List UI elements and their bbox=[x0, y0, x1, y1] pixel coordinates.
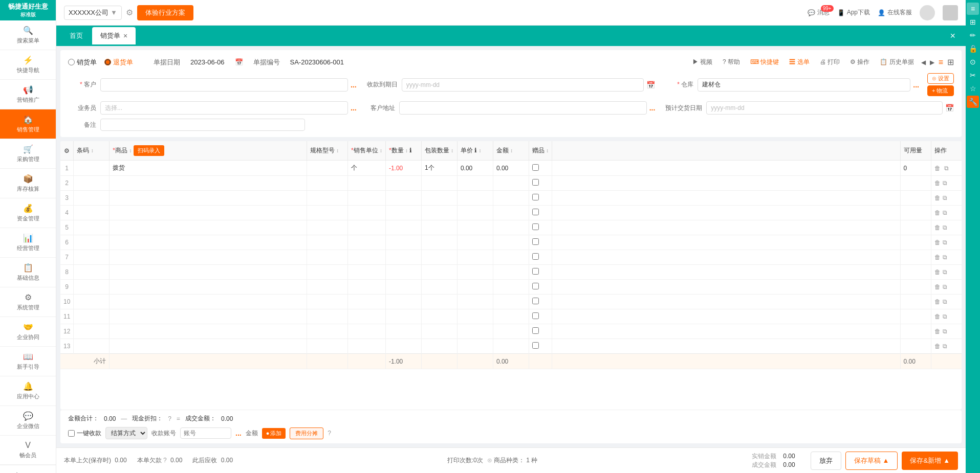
row-product[interactable]: 拨货 bbox=[110, 161, 307, 176]
address-ellipsis-btn[interactable]: ... bbox=[649, 104, 656, 112]
delete-icon[interactable]: 🗑 bbox=[934, 328, 941, 335]
right-panel-tool-icon[interactable]: 🔧 bbox=[967, 96, 979, 108]
radio-return-input[interactable] bbox=[104, 59, 111, 65]
salesman-ellipsis-btn[interactable]: ... bbox=[351, 104, 357, 112]
radio-return-order[interactable]: 退货单 bbox=[104, 58, 133, 67]
ops-btn[interactable]: ⚙ 操作 bbox=[847, 56, 873, 68]
delete-icon[interactable]: 🗑 bbox=[934, 165, 941, 172]
shortcut-btn[interactable]: ⌨ 快捷键 bbox=[747, 56, 782, 68]
right-panel-edit-icon[interactable]: ✏ bbox=[967, 29, 979, 41]
calendar-icon[interactable]: 📅 bbox=[235, 58, 243, 66]
right-panel-list-icon[interactable]: ≡ bbox=[967, 3, 979, 15]
customer-input[interactable] bbox=[100, 78, 348, 92]
right-panel-star-icon[interactable]: ☆ bbox=[967, 82, 979, 95]
expected-date-calendar-icon[interactable]: 📅 bbox=[945, 104, 954, 112]
copy-icon[interactable]: ⧉ bbox=[943, 283, 947, 290]
account-ellipsis-btn[interactable]: ... bbox=[235, 429, 242, 437]
row-spec[interactable] bbox=[307, 161, 347, 176]
copy-icon[interactable]: ⧉ bbox=[943, 239, 947, 246]
row-gift[interactable] bbox=[529, 161, 552, 176]
tab-close-icon[interactable]: × bbox=[123, 32, 127, 40]
radio-sales-input[interactable] bbox=[68, 59, 75, 65]
sidebar-item-finance[interactable]: 💰 资金管理 bbox=[0, 198, 56, 228]
right-panel-grid-icon[interactable]: ⊞ bbox=[967, 16, 979, 28]
nav-next-icon[interactable]: ▶ bbox=[930, 59, 934, 66]
settings-icon[interactable]: ⚙ bbox=[126, 8, 133, 17]
sidebar-item-wechat[interactable]: 💬 企业微信 bbox=[0, 406, 56, 436]
account-input[interactable] bbox=[180, 427, 231, 439]
row-pkgqty[interactable]: 1个 bbox=[421, 161, 457, 176]
gift-checkbox[interactable] bbox=[532, 327, 539, 334]
delete-icon[interactable]: 🗑 bbox=[934, 283, 941, 290]
history-btn[interactable]: 📋 历史单据 bbox=[877, 56, 917, 68]
delete-icon[interactable]: 🗑 bbox=[934, 224, 941, 231]
copy-icon[interactable]: ⧉ bbox=[943, 209, 947, 216]
select-btn[interactable]: ☰ 选单 bbox=[786, 56, 812, 68]
row-price[interactable]: 0.00 bbox=[457, 161, 493, 176]
copy-icon[interactable]: ⧉ bbox=[943, 254, 947, 261]
one-click-payment-check[interactable]: 一键收款 bbox=[68, 429, 101, 438]
grid-view-icon[interactable]: ⊞ bbox=[947, 57, 954, 67]
discard-button[interactable]: 放弃 bbox=[811, 452, 841, 470]
delete-icon[interactable]: 🗑 bbox=[934, 239, 941, 246]
sidebar-item-marketing[interactable]: 📢 营销推广 bbox=[0, 80, 56, 109]
delete-icon[interactable]: 🗑 bbox=[934, 298, 941, 305]
app-download-btn[interactable]: 📱 App下载 bbox=[837, 8, 870, 17]
logistics-action-btn[interactable]: + 物流 bbox=[927, 85, 954, 96]
row-qty[interactable]: -1.00 bbox=[385, 161, 421, 176]
note-input[interactable] bbox=[100, 119, 305, 131]
sidebar-item-member[interactable]: V 畅会员 bbox=[0, 436, 56, 465]
sidebar-item-purchase[interactable]: 🛒 采购管理 bbox=[0, 139, 56, 169]
trial-button[interactable]: 体验行业方案 bbox=[137, 5, 193, 20]
gift-checkbox[interactable] bbox=[532, 268, 539, 275]
settings-gear-icon[interactable]: ⚙ bbox=[13, 470, 21, 473]
warehouse-ellipsis-btn[interactable]: ... bbox=[913, 81, 919, 89]
sidebar-item-collab[interactable]: 🤝 企业协同 bbox=[0, 317, 56, 347]
sidebar-item-search[interactable]: 🔍 搜索菜单 bbox=[0, 20, 56, 50]
save-new-button[interactable]: 保存&新增 ▲ bbox=[902, 452, 958, 470]
radio-sales-order[interactable]: 销货单 bbox=[68, 58, 97, 67]
due-date-calendar-icon[interactable]: 📅 bbox=[646, 81, 655, 89]
sidebar-item-system[interactable]: ⚙ 系统管理 bbox=[0, 287, 56, 317]
right-panel-lock-icon[interactable]: 🔒 bbox=[967, 42, 979, 55]
close-all-tabs-icon[interactable]: × bbox=[945, 31, 961, 41]
user-avatar[interactable] bbox=[920, 5, 935, 20]
copy-icon[interactable]: ⧉ bbox=[943, 179, 947, 187]
gift-checkbox[interactable] bbox=[532, 253, 539, 260]
delete-icon[interactable]: 🗑 bbox=[934, 194, 941, 201]
video-btn[interactable]: ▶ 视频 bbox=[689, 56, 715, 68]
online-service-btn[interactable]: 👤 在线客服 bbox=[878, 8, 912, 17]
gift-checkbox[interactable] bbox=[532, 164, 539, 171]
copy-icon[interactable]: ⧉ bbox=[943, 268, 947, 276]
message-btn[interactable]: 💬 消息 99+ bbox=[808, 8, 830, 17]
sidebar-item-ops[interactable]: 📊 经营管理 bbox=[0, 228, 56, 258]
expected-date-input[interactable] bbox=[706, 101, 943, 115]
due-date-input[interactable] bbox=[402, 78, 644, 92]
delete-icon[interactable]: 🗑 bbox=[934, 179, 941, 187]
row-unit[interactable]: 个 bbox=[347, 161, 385, 176]
delete-icon[interactable]: 🗑 bbox=[934, 313, 941, 320]
nav-prev-icon[interactable]: ◀ bbox=[921, 59, 926, 66]
one-click-payment-checkbox[interactable] bbox=[68, 430, 75, 437]
right-panel-scissor-icon[interactable]: ✂ bbox=[967, 69, 979, 81]
customer-ellipsis-btn[interactable]: ... bbox=[351, 81, 357, 89]
delete-icon[interactable]: 🗑 bbox=[934, 268, 941, 276]
scan-btn[interactable]: 扫码录入 bbox=[134, 145, 164, 156]
warehouse-input[interactable] bbox=[698, 78, 910, 92]
salesman-input[interactable] bbox=[100, 101, 348, 115]
collapse-icon[interactable]: ◁ bbox=[36, 470, 43, 473]
sidebar-item-inventory[interactable]: 📦 库存核算 bbox=[0, 169, 56, 198]
company-selector[interactable]: XXXXXX公司 ▼ bbox=[64, 6, 122, 20]
gift-checkbox[interactable] bbox=[532, 223, 539, 230]
settings-action-btn[interactable]: ⊙ 设置 bbox=[927, 73, 954, 84]
sidebar-item-apps[interactable]: 🔔 应用中心 bbox=[0, 376, 56, 406]
copy-icon[interactable]: ⧉ bbox=[943, 194, 947, 201]
print-btn[interactable]: 🖨 打印 bbox=[817, 56, 843, 68]
gift-checkbox[interactable] bbox=[532, 342, 539, 349]
gift-checkbox[interactable] bbox=[532, 179, 539, 186]
gift-checkbox[interactable] bbox=[532, 283, 539, 289]
address-input[interactable] bbox=[399, 101, 647, 115]
sidebar-item-basic[interactable]: 📋 基础信息 bbox=[0, 258, 56, 287]
sidebar-item-guide[interactable]: 📖 新手引导 bbox=[0, 347, 56, 376]
gift-checkbox[interactable] bbox=[532, 298, 539, 304]
